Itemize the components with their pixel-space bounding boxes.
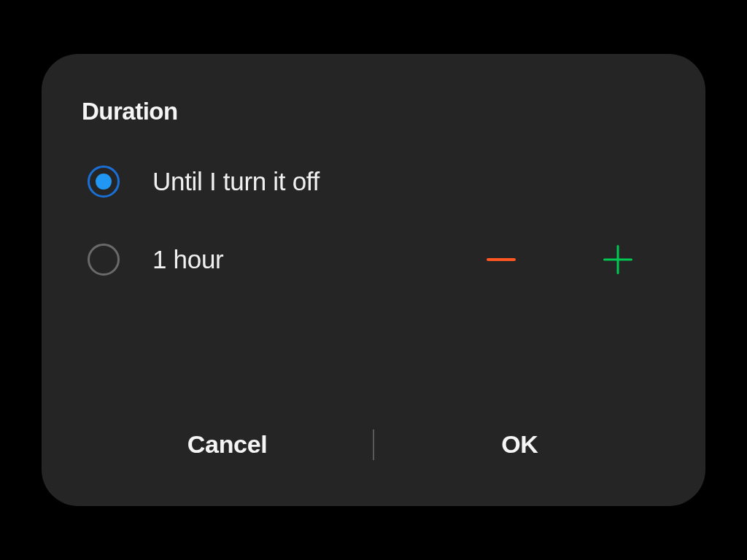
duration-dialog: Duration Until I turn it off 1 hour Canc… bbox=[42, 54, 705, 506]
radio-selected-icon bbox=[88, 166, 120, 198]
decrease-button[interactable] bbox=[483, 241, 519, 278]
ok-button[interactable]: OK bbox=[374, 419, 665, 470]
option-timed[interactable]: 1 hour bbox=[82, 241, 665, 278]
cancel-button[interactable]: Cancel bbox=[82, 419, 373, 470]
dialog-title: Duration bbox=[82, 98, 665, 125]
option-until-off[interactable]: Until I turn it off bbox=[82, 166, 665, 198]
dialog-buttons: Cancel OK bbox=[82, 419, 665, 484]
option-timed-label: 1 hour bbox=[152, 245, 450, 274]
increase-button[interactable] bbox=[600, 241, 636, 278]
duration-stepper bbox=[483, 241, 636, 278]
radio-unselected-icon bbox=[88, 244, 120, 276]
minus-icon bbox=[487, 258, 516, 261]
plus-icon bbox=[603, 245, 632, 274]
options-group: Until I turn it off 1 hour bbox=[82, 166, 665, 405]
option-until-off-label: Until I turn it off bbox=[152, 167, 665, 196]
